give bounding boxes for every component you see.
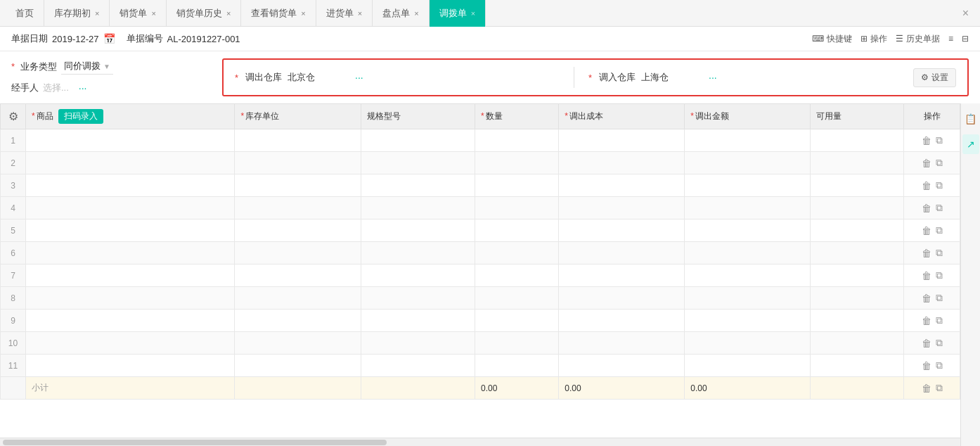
delete-icon[interactable]: 🗑 bbox=[922, 180, 931, 191]
delete-icon[interactable]: 🗑 bbox=[922, 203, 931, 214]
delete-icon[interactable]: 🗑 bbox=[922, 293, 931, 304]
cell-qty[interactable] bbox=[475, 265, 559, 287]
delete-icon[interactable]: 🗑 bbox=[922, 225, 931, 236]
subtotal-copy-icon[interactable]: ⧉ bbox=[936, 382, 943, 394]
copy-icon[interactable]: ⧉ bbox=[936, 337, 943, 349]
handler-more-icon[interactable]: ··· bbox=[79, 82, 87, 94]
cell-cost[interactable] bbox=[559, 129, 685, 152]
cell-product[interactable] bbox=[26, 287, 235, 310]
cell-amount[interactable] bbox=[685, 310, 811, 332]
delete-icon[interactable]: 🗑 bbox=[922, 315, 931, 326]
cell-cost[interactable] bbox=[559, 310, 685, 332]
copy-icon[interactable]: ⧉ bbox=[936, 224, 943, 236]
cell-cost[interactable] bbox=[559, 174, 685, 197]
column-settings-icon[interactable]: ⚙ bbox=[8, 110, 18, 122]
view-toggle-grid[interactable]: ⊟ bbox=[962, 34, 969, 44]
subtotal-delete-icon[interactable]: 🗑 bbox=[922, 383, 931, 394]
cell-amount[interactable] bbox=[685, 265, 811, 287]
close-icon[interactable]: × bbox=[471, 9, 475, 18]
cell-cost[interactable] bbox=[559, 355, 685, 377]
close-icon[interactable]: × bbox=[226, 9, 231, 18]
delete-icon[interactable]: 🗑 bbox=[922, 135, 931, 146]
copy-icon[interactable]: ⧉ bbox=[936, 179, 943, 191]
settings-button[interactable]: ⚙ 设置 bbox=[913, 68, 956, 87]
view-toggle-list[interactable]: ≡ bbox=[948, 34, 953, 44]
close-icon[interactable]: × bbox=[301, 9, 305, 18]
close-icon[interactable]: × bbox=[358, 9, 362, 18]
cell-qty[interactable] bbox=[475, 152, 559, 174]
cell-amount[interactable] bbox=[685, 174, 811, 197]
shortcut-button[interactable]: ⌨ 快捷键 bbox=[812, 33, 852, 45]
cell-amount[interactable] bbox=[685, 129, 811, 152]
cell-qty[interactable] bbox=[475, 219, 559, 242]
cell-amount[interactable] bbox=[685, 355, 811, 377]
tab-transfer[interactable]: 调拨单 × bbox=[430, 0, 486, 27]
history-button[interactable]: ☰ 历史单据 bbox=[896, 33, 940, 45]
cell-product[interactable] bbox=[26, 174, 235, 197]
cell-cost[interactable] bbox=[559, 152, 685, 174]
cell-amount[interactable] bbox=[685, 332, 811, 355]
copy-icon[interactable]: ⧉ bbox=[936, 314, 943, 326]
tab-home[interactable]: 首页 bbox=[6, 0, 44, 27]
cell-product[interactable] bbox=[26, 265, 235, 287]
horizontal-scrollbar[interactable] bbox=[0, 438, 960, 446]
cell-product[interactable] bbox=[26, 332, 235, 355]
cell-product[interactable] bbox=[26, 152, 235, 174]
tab-inventory-init[interactable]: 库存期初 × bbox=[44, 0, 110, 27]
cell-qty[interactable] bbox=[475, 129, 559, 152]
delete-icon[interactable]: 🗑 bbox=[922, 158, 931, 169]
tab-stocktake[interactable]: 盘点单 × bbox=[373, 0, 429, 27]
cell-qty[interactable] bbox=[475, 287, 559, 310]
cell-qty[interactable] bbox=[475, 332, 559, 355]
delete-icon[interactable]: 🗑 bbox=[922, 248, 931, 259]
cell-cost[interactable] bbox=[559, 197, 685, 219]
cell-product[interactable] bbox=[26, 242, 235, 265]
copy-icon[interactable]: ⧉ bbox=[936, 134, 943, 146]
cell-cost[interactable] bbox=[559, 287, 685, 310]
tab-sales-history[interactable]: 销货单历史 × bbox=[167, 0, 241, 27]
delete-icon[interactable]: 🗑 bbox=[922, 338, 931, 349]
scan-button[interactable]: 扫码录入 bbox=[58, 109, 103, 124]
cell-qty[interactable] bbox=[475, 174, 559, 197]
cell-product[interactable] bbox=[26, 355, 235, 377]
delete-icon[interactable]: 🗑 bbox=[922, 360, 931, 371]
cell-product[interactable] bbox=[26, 219, 235, 242]
cell-amount[interactable] bbox=[685, 197, 811, 219]
out-warehouse-more-icon[interactable]: ··· bbox=[355, 72, 363, 83]
close-icon[interactable]: × bbox=[151, 9, 155, 18]
close-icon[interactable]: × bbox=[95, 9, 99, 18]
copy-icon[interactable]: ⧉ bbox=[936, 157, 943, 169]
cell-qty[interactable] bbox=[475, 310, 559, 332]
cell-product[interactable] bbox=[26, 197, 235, 219]
close-icon[interactable]: × bbox=[414, 9, 418, 18]
copy-icon[interactable]: ⧉ bbox=[936, 359, 943, 371]
panel-doc-icon[interactable]: 📋 bbox=[960, 109, 980, 129]
copy-icon[interactable]: ⧉ bbox=[936, 269, 943, 281]
cell-amount[interactable] bbox=[685, 287, 811, 310]
copy-icon[interactable]: ⧉ bbox=[936, 202, 943, 214]
cell-cost[interactable] bbox=[559, 219, 685, 242]
cell-qty[interactable] bbox=[475, 355, 559, 377]
cell-cost[interactable] bbox=[559, 265, 685, 287]
cell-amount[interactable] bbox=[685, 242, 811, 265]
cell-qty[interactable] bbox=[475, 197, 559, 219]
tab-view-sales[interactable]: 查看销货单 × bbox=[241, 0, 316, 27]
operation-button[interactable]: ⊞ 操作 bbox=[860, 33, 887, 45]
calendar-icon[interactable]: 📅 bbox=[103, 33, 115, 44]
business-type-select[interactable]: 同价调拨 ▼ bbox=[61, 58, 113, 75]
delete-icon[interactable]: 🗑 bbox=[922, 270, 931, 281]
tab-sales-order[interactable]: 销货单 × bbox=[110, 0, 166, 27]
cell-qty[interactable] bbox=[475, 242, 559, 265]
cell-cost[interactable] bbox=[559, 332, 685, 355]
handler-select[interactable]: 选择... bbox=[43, 82, 69, 94]
copy-icon[interactable]: ⧉ bbox=[936, 247, 943, 259]
scroll-bar-thumb[interactable] bbox=[3, 440, 387, 445]
close-all-button[interactable]: × bbox=[957, 7, 974, 20]
cell-product[interactable] bbox=[26, 310, 235, 332]
cell-cost[interactable] bbox=[559, 242, 685, 265]
in-warehouse-more-icon[interactable]: ··· bbox=[709, 72, 717, 83]
tab-purchase-order[interactable]: 进货单 × bbox=[316, 0, 373, 27]
cell-amount[interactable] bbox=[685, 219, 811, 242]
panel-export-icon[interactable]: ↗ bbox=[962, 134, 979, 154]
copy-icon[interactable]: ⧉ bbox=[936, 292, 943, 304]
